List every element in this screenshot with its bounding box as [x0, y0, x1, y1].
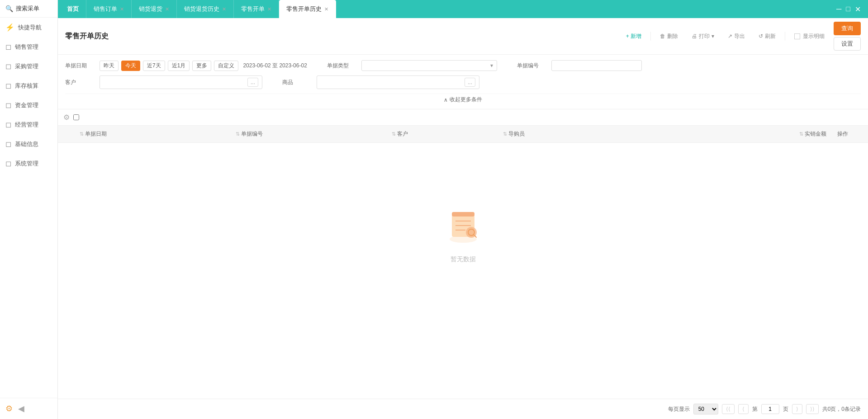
date-btn-yesterday[interactable]: 昨天 — [100, 61, 119, 71]
tab-sales-order[interactable]: 销售订单 ✕ — [86, 0, 132, 18]
divider-1 — [650, 32, 651, 41]
tab-sales-return-label: 销货退货 — [139, 5, 162, 13]
doc-num-input[interactable] — [551, 60, 642, 71]
refresh-button-label: 刷新 — [765, 33, 776, 40]
tab-sales-return[interactable]: 销货退货 ✕ — [132, 0, 177, 18]
sidebar: 🔍 搜索采单 ⚡ 快捷导航 ◻ 销售管理 ◻ 采购管理 ◻ 库存核算 ◻ 资金管… — [0, 0, 58, 419]
collapse-up-icon: ∧ — [444, 97, 448, 103]
first-page-button[interactable]: ⟨⟨ — [722, 404, 735, 414]
tab-retail-open-history[interactable]: 零售开单历史 ✕ — [279, 0, 336, 18]
page-number-input[interactable] — [761, 404, 779, 414]
sidebar-item-jichu[interactable]: ◻ 基础信息 — [0, 134, 57, 154]
tab-retail-open-history-close[interactable]: ✕ — [324, 6, 328, 12]
search-menu-item[interactable]: 🔍 搜索采单 — [0, 0, 57, 18]
date-filter-buttons: 昨天 今天 近7天 近1月 更多 自定义 2023-06-02 至 2023-0… — [100, 61, 307, 71]
settings-button[interactable]: 设置 — [834, 37, 861, 51]
doc-type-chevron: ▾ — [490, 62, 493, 69]
sidebar-item-kucun[interactable]: ◻ 库存核算 — [0, 76, 57, 95]
tabs-bar: 首页 销售订单 ✕ 销货退货 ✕ 销货退货历史 ✕ 零售开单 ✕ 零售开单历史 … — [58, 0, 868, 18]
export-button-label: 导出 — [734, 33, 745, 40]
date-btn-1month[interactable]: 近1月 — [168, 61, 190, 71]
tab-sales-return-history[interactable]: 销货退货历史 ✕ — [177, 0, 234, 18]
toolbar-actions: + 新增 🗑 删除 🖨 打印 ▾ ↗ 导出 ↺ 刷新 — [621, 22, 861, 51]
filter-collapse-row: ∧ 收起更多条件 — [65, 94, 861, 105]
zijin-icon: ◻ — [5, 101, 11, 109]
table-header-row: 单据日期 单据编号 客户 导购员 实销金额 操作 — [58, 126, 868, 143]
delete-icon: 🗑 — [660, 33, 665, 39]
date-range-display: 2023-06-02 至 2023-06-02 — [243, 62, 307, 70]
th-empty — [631, 126, 676, 143]
customer-ellipsis-button[interactable]: ... — [247, 78, 258, 87]
tab-retail-open-close[interactable]: ✕ — [267, 6, 271, 12]
th-date[interactable]: 单据日期 — [74, 126, 230, 143]
table-header-bar: ⚙ — [58, 109, 868, 126]
table-settings-button[interactable]: ⚙ — [63, 113, 70, 122]
th-num[interactable]: 单据编号 — [230, 126, 386, 143]
sidebar-item-xitong[interactable]: ◻ 系统管理 — [0, 154, 57, 173]
select-all-checkbox[interactable] — [73, 114, 79, 120]
tab-sales-return-history-close[interactable]: ✕ — [222, 6, 226, 12]
date-btn-more[interactable]: 更多 — [192, 61, 211, 71]
refresh-button[interactable]: ↺ 刷新 — [754, 30, 780, 42]
page-size-select[interactable]: 50 10 20 100 — [693, 404, 718, 414]
sidebar-item-label: 库存核算 — [15, 82, 38, 90]
per-page-label: 每页显示 — [668, 405, 690, 413]
print-button[interactable]: 🖨 打印 ▾ — [687, 30, 719, 42]
sidebar-item-caigou[interactable]: ◻ 采购管理 — [0, 56, 57, 76]
sidebar-gear-button[interactable]: ⚙ — [5, 404, 13, 414]
prev-page-button[interactable]: ⟨ — [738, 404, 749, 414]
th-ops: 操作 — [832, 126, 868, 143]
last-page-button[interactable]: ⟩⟩ — [806, 404, 819, 414]
doc-type-select[interactable]: ▾ — [361, 60, 497, 71]
goods-label: 商品 — [282, 79, 308, 86]
maximize-button[interactable]: □ — [846, 5, 850, 14]
add-button[interactable]: + 新增 — [621, 30, 646, 42]
th-customer[interactable]: 客户 — [386, 126, 498, 143]
svg-rect-2 — [452, 212, 474, 217]
sidebar-item-zijin[interactable]: ◻ 资金管理 — [0, 95, 57, 115]
filter-row-2: 客户 ... 商品 ... — [65, 75, 861, 89]
goods-ellipsis-button[interactable]: ... — [465, 78, 475, 87]
date-btn-7days[interactable]: 近7天 — [143, 61, 165, 71]
tab-sales-return-close[interactable]: ✕ — [165, 6, 169, 12]
display-button[interactable]: 显示明细 — [790, 30, 829, 42]
table-container: ⚙ 单据日期 单据编号 客户 导购员 实销金额 操作 — [58, 109, 868, 399]
sidebar-item-label: 快捷导航 — [18, 24, 42, 32]
doc-num-label: 单据编号 — [517, 62, 542, 70]
sidebar-collapse-button[interactable]: ◀ — [18, 404, 24, 414]
th-salesperson[interactable]: 导购员 — [498, 126, 631, 143]
tab-retail-open-label: 零售开单 — [241, 5, 265, 13]
export-button[interactable]: ↗ 导出 — [723, 30, 749, 42]
goods-select[interactable]: ... — [317, 75, 479, 89]
th-amount[interactable]: 实销金额 — [676, 126, 832, 143]
date-btn-today[interactable]: 今天 — [121, 61, 140, 71]
tab-sales-order-close[interactable]: ✕ — [120, 6, 124, 12]
sidebar-item-jingying[interactable]: ◻ 经营管理 — [0, 115, 57, 134]
display-button-label: 显示明细 — [803, 33, 825, 40]
delete-button[interactable]: 🗑 删除 — [655, 30, 683, 42]
sidebar-item-kuaijie[interactable]: ⚡ 快捷导航 — [0, 18, 57, 37]
xitong-icon: ◻ — [5, 159, 11, 168]
page-toolbar: 零售开单历史 + 新增 🗑 删除 🖨 打印 ▾ ↗ 导出 ↺ 刷新 — [58, 18, 868, 55]
date-btn-custom[interactable]: 自定义 — [214, 61, 238, 71]
sidebar-item-label: 采购管理 — [15, 62, 38, 71]
sidebar-item-xiaoshou[interactable]: ◻ 销售管理 — [0, 37, 57, 56]
empty-icon — [441, 203, 486, 248]
sidebar-item-label: 基础信息 — [15, 140, 38, 148]
tab-retail-open[interactable]: 零售开单 ✕ — [234, 0, 279, 18]
refresh-icon: ↺ — [759, 33, 763, 39]
minimize-button[interactable]: ─ — [836, 5, 841, 14]
filter-row-1: 单据日期 昨天 今天 近7天 近1月 更多 自定义 2023-06-02 至 2… — [65, 60, 861, 71]
customer-select[interactable]: ... — [100, 75, 262, 89]
close-button[interactable]: ✕ — [855, 5, 861, 14]
tab-home[interactable]: 首页 — [60, 0, 86, 18]
sidebar-item-label: 销售管理 — [15, 43, 38, 51]
collapse-filter-button[interactable]: ∧ 收起更多条件 — [444, 96, 482, 104]
divider-2 — [785, 32, 785, 41]
xiaoshou-icon: ◻ — [5, 42, 11, 51]
next-page-button[interactable]: ⟩ — [792, 404, 802, 414]
print-button-label: 打印 — [699, 33, 710, 40]
page-label: 页 — [783, 405, 788, 413]
query-button[interactable]: 查询 — [834, 22, 861, 35]
query-settings-group: 查询 设置 — [834, 22, 861, 51]
